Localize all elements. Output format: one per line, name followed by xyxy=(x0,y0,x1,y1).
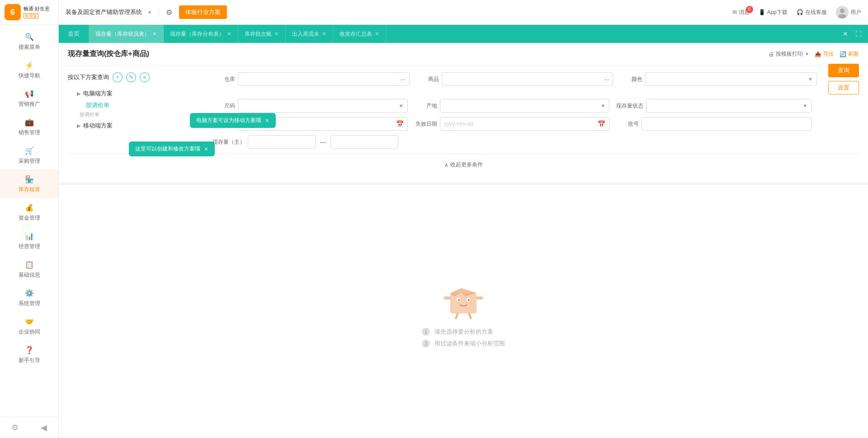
empty-state: 1 请先选择要分析的方案 2 用过滤条件来缩小分析范围 xyxy=(59,185,868,438)
svg-point-6 xyxy=(458,299,460,301)
tab-close-collect-summary[interactable]: ✕ xyxy=(375,31,379,37)
sidebar: 6 畅通·好生意 标准版 🔍 搜索菜单 ⚡ 快捷导航 📢 营销推广 💼 销售管理… xyxy=(0,0,59,438)
collapse-btn[interactable]: ∧ 收起更多条件 xyxy=(68,157,859,172)
stock-main-label: 现存量（主） xyxy=(212,138,245,146)
marketing-icon: 📢 xyxy=(24,89,34,99)
sidebar-item-inventory[interactable]: 🏪 库存核算 xyxy=(0,170,58,198)
sales-icon: 💼 xyxy=(24,117,34,127)
tab-close-all-btn[interactable]: ✕ xyxy=(841,29,850,38)
tab-close-inventory-dist[interactable]: ✕ xyxy=(227,31,231,37)
warehouse-select[interactable]: ··· xyxy=(238,72,410,86)
messages-btn[interactable]: ✉ 消息 6 xyxy=(732,9,750,16)
export-btn[interactable]: 📤 导出 xyxy=(815,50,834,58)
stock-status-arrow-icon: ▼ xyxy=(802,103,807,108)
tab-close-inout-flow[interactable]: ✕ xyxy=(322,31,326,37)
inventory-icon: 🏪 xyxy=(24,174,34,184)
expiry-date-input[interactable]: yyyy-mm-dd 📅 xyxy=(440,117,610,131)
sidebar-item-enterprise[interactable]: 🤝 企业协同 xyxy=(0,312,58,340)
warehouse-dots: ··· xyxy=(400,75,406,83)
reset-btn[interactable]: 设置 xyxy=(828,81,859,94)
topbar-right: ✉ 消息 6 📱 App下载 🎧 在线客服 用户 xyxy=(732,6,861,19)
sidebar-item-guide[interactable]: ❓ 新手引导 xyxy=(0,340,58,369)
add-tooltip-close[interactable]: ✕ xyxy=(265,118,269,124)
sidebar-item-search[interactable]: 🔍 搜索菜单 xyxy=(0,27,58,56)
filter-batch-field: 批号 xyxy=(616,117,811,131)
sidebar-logo: 6 畅通·好生意 标准版 xyxy=(0,0,58,25)
goods-select[interactable]: ··· xyxy=(442,72,613,86)
filter-expiry-date-field: 失效日期 yyyy-mm-dd 📅 xyxy=(415,117,610,131)
trial-btn[interactable]: 体验行业方案 xyxy=(179,5,227,19)
template-print-btn[interactable]: 🖨 按模板打印 ▼ xyxy=(769,50,809,58)
tab-inventory-dist[interactable]: 现存量（库存分布表） ✕ xyxy=(164,25,238,43)
content-header: 现存量查询(按仓库+商品) 🖨 按模板打印 ▼ 📤 导出 🔄 刷新 xyxy=(59,43,868,66)
user-avatar xyxy=(836,6,849,19)
collapse-sidebar-btn[interactable]: ◀ xyxy=(39,421,49,434)
filter-goods-field: 商品 ··· xyxy=(416,72,613,86)
batch-input[interactable] xyxy=(642,117,811,131)
tab-inventory-status[interactable]: 现存量（库存状况表） ✕ xyxy=(89,25,164,43)
origin-select[interactable]: ▼ xyxy=(440,99,610,113)
filter-fields: 仓库 ··· 商品 ··· 颜色 xyxy=(212,64,859,149)
query-action-btns: 查询 设置 xyxy=(828,64,859,94)
svg-rect-8 xyxy=(444,297,451,300)
print-arrow-icon: ▼ xyxy=(805,52,809,57)
edit-tooltip-close[interactable]: ✕ xyxy=(204,146,208,152)
warehouse-label: 仓库 xyxy=(212,75,235,83)
scheme-arrow-btn[interactable]: « xyxy=(140,72,150,82)
sidebar-item-operation[interactable]: 📊 经营管理 xyxy=(0,226,58,255)
svg-line-10 xyxy=(456,313,458,318)
svg-line-11 xyxy=(469,313,471,318)
tab-inout-flow[interactable]: 出入库流水 ✕ xyxy=(286,25,333,43)
tab-right-btns: ✕ ⛶ xyxy=(836,25,868,43)
tab-close-inventory-status[interactable]: ✕ xyxy=(152,31,157,37)
sidebar-item-marketing[interactable]: 📢 营销推广 xyxy=(0,84,58,113)
basic-icon: 📋 xyxy=(24,259,34,269)
scheme-pc-arrow: ▶ xyxy=(77,91,80,97)
stock-main-start-input[interactable] xyxy=(248,135,316,149)
empty-content: 1 请先选择要分析的方案 2 用过滤条件来缩小分析范围 xyxy=(422,274,505,349)
stock-status-label: 现存量状态 xyxy=(616,102,643,110)
guide-icon: ❓ xyxy=(24,345,34,355)
add-scheme-btn[interactable]: + xyxy=(113,72,123,82)
purchase-icon: 🛒 xyxy=(24,146,34,155)
sidebar-item-system[interactable]: ⚙️ 系统管理 xyxy=(0,283,58,312)
stock-main-end-input[interactable] xyxy=(330,135,398,149)
query-btn[interactable]: 查询 xyxy=(828,64,859,77)
refresh-btn[interactable]: 🔄 刷新 xyxy=(840,50,859,58)
filter-label: 按以下方案查询 xyxy=(68,73,109,81)
print-icon: 🖨 xyxy=(769,51,774,57)
system-icon: ⚙️ xyxy=(24,288,34,298)
empty-step-2: 2 用过滤条件来缩小分析范围 xyxy=(422,338,505,349)
tab-maximize-btn[interactable]: ⛶ xyxy=(854,29,863,38)
topbar-divider xyxy=(159,8,159,17)
expiry-date-icon: 📅 xyxy=(598,120,605,127)
prod-date-icon: 📅 xyxy=(396,120,404,127)
color-select[interactable]: ▼ xyxy=(645,72,817,86)
size-select[interactable]: ▼ xyxy=(238,99,408,113)
svg-rect-9 xyxy=(476,297,483,300)
sidebar-item-finance[interactable]: 💰 资金管理 xyxy=(0,198,58,226)
sidebar-item-sales[interactable]: 💼 销售管理 xyxy=(0,113,58,141)
tab-home[interactable]: 首页 xyxy=(59,25,89,43)
size-label: 尺码 xyxy=(212,102,235,110)
scheme-mobile-arrow: ▶ xyxy=(77,123,80,129)
user-menu-btn[interactable]: 用户 xyxy=(836,6,861,19)
settings-bottom-btn[interactable]: ⚙ xyxy=(9,421,20,434)
search-icon: 🔍 xyxy=(24,32,34,42)
page-title: 现存量查询(按仓库+商品) xyxy=(68,49,149,59)
sidebar-item-quick[interactable]: ⚡ 快捷导航 xyxy=(0,56,58,84)
edit-scheme-btn[interactable]: ✎ xyxy=(126,72,136,82)
system-arrow-icon: ▼ xyxy=(147,10,152,15)
sidebar-item-purchase[interactable]: 🛒 采购管理 xyxy=(0,141,58,170)
tab-close-batch-ledger[interactable]: ✕ xyxy=(274,31,279,37)
stock-status-select[interactable]: ▼ xyxy=(646,99,811,113)
sidebar-item-basic[interactable]: 📋 基础信息 xyxy=(0,255,58,283)
logo-text: 畅通·好生意 标准版 xyxy=(24,5,50,19)
main-area: 装备及固定资产辅助管理系统 ▼ ⚙ 体验行业方案 ✉ 消息 6 📱 App下载 … xyxy=(59,0,868,438)
system-name-area: 装备及固定资产辅助管理系统 ▼ xyxy=(66,8,152,16)
tab-batch-ledger[interactable]: 库存批次账 ✕ xyxy=(238,25,286,43)
online-service-btn[interactable]: 🎧 在线客服 xyxy=(797,9,827,16)
topbar-settings-btn[interactable]: ⚙ xyxy=(166,8,172,17)
app-download-btn[interactable]: 📱 App下载 xyxy=(759,9,788,16)
tab-collect-summary[interactable]: 收发存汇总表 ✕ xyxy=(333,25,386,43)
